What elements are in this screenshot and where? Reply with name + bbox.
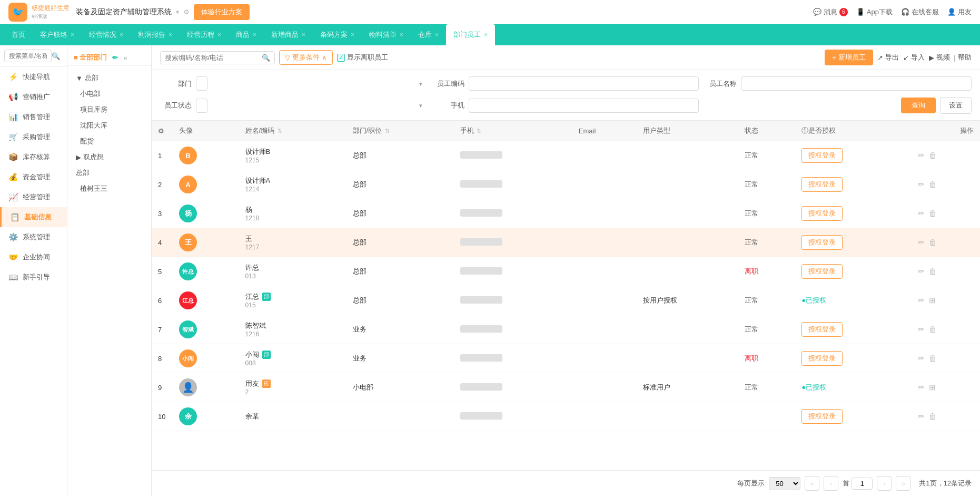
tab-profit[interactable]: 利润报告 × (131, 24, 180, 45)
edit-icon[interactable]: ✏ (918, 180, 925, 189)
edit-icon[interactable]: ✏ (918, 209, 925, 218)
close-tab-dept[interactable]: × (484, 31, 488, 38)
export-btn[interactable]: ↗ 导出 (877, 53, 899, 62)
add-employee-btn[interactable]: + 新增员工 (825, 50, 873, 65)
search-icon[interactable]: 🔍 (262, 54, 270, 62)
edit-icon[interactable]: ✏ (918, 296, 925, 305)
auth-login-btn[interactable]: 授权登录 (801, 322, 843, 337)
edit-icon[interactable]: ✏ (918, 267, 925, 276)
copy-icon[interactable]: ⊞ (929, 296, 936, 305)
phone-filter-input[interactable] (469, 99, 699, 113)
edit-icon[interactable]: ✏ (918, 383, 925, 392)
sidebar-search-input[interactable] (4, 50, 52, 62)
copy-icon[interactable]: ⊞ (929, 383, 936, 392)
auth-login-btn[interactable]: 授权登录 (801, 235, 843, 250)
user-area[interactable]: 👤 用友 (947, 7, 972, 17)
status-select[interactable] (196, 99, 207, 113)
auth-login-btn[interactable]: 授权登录 (801, 409, 843, 424)
auth-login-btn[interactable]: 授权登录 (801, 351, 843, 366)
sidebar-item-sales[interactable]: 📊 销售管理 (0, 107, 67, 127)
dropdown-arrow[interactable]: ▾ (176, 8, 179, 16)
sidebar-item-system[interactable]: ⚙️ 系统管理 (0, 227, 67, 247)
delete-icon[interactable]: 🗑 (929, 209, 937, 218)
tab-goods[interactable]: 商品 × (229, 24, 264, 45)
page-size-select[interactable]: 50 100 200 (769, 477, 800, 490)
delete-icon[interactable]: 🗑 (929, 151, 937, 160)
edit-icon[interactable]: ✏ (918, 238, 925, 247)
code-filter-input[interactable] (469, 76, 699, 91)
sidebar-item-marketing[interactable]: 📢 营销推广 (0, 87, 67, 107)
dept-collapse-icon[interactable]: « (123, 54, 127, 62)
prev-page-btn[interactable]: ‹ (824, 476, 838, 491)
delete-icon[interactable]: 🗑 (929, 180, 937, 189)
delete-icon[interactable]: 🗑 (929, 238, 937, 247)
close-tab-new-goods[interactable]: × (302, 31, 305, 38)
tab-home[interactable]: 首页 (4, 24, 33, 45)
sidebar-item-purchase[interactable]: 🛒 采购管理 (0, 127, 67, 147)
col-settings[interactable]: ⚙ (152, 121, 173, 141)
tab-customer[interactable]: 客户联络 × (33, 24, 82, 45)
dept-tree-item-zhishu[interactable]: 植树王三 (67, 181, 151, 197)
tab-new-goods[interactable]: 新增商品 × (264, 24, 313, 45)
sidebar-item-guide[interactable]: 📖 新手引导 (0, 267, 67, 287)
dept-select[interactable] (196, 76, 207, 91)
edit-icon[interactable]: ✏ (918, 354, 925, 363)
close-tab-journey[interactable]: × (217, 31, 221, 38)
auth-login-btn[interactable]: 授权登录 (801, 264, 843, 279)
tab-operation[interactable]: 经营情况 × (82, 24, 131, 45)
trial-button[interactable]: 体验行业方案 (194, 4, 250, 20)
page-number-input[interactable] (852, 478, 873, 490)
sidebar-item-mgmt[interactable]: 📈 经营管理 (0, 187, 67, 207)
dept-tree-item-shenyang[interactable]: 沈阳大库 (67, 118, 151, 133)
edit-icon[interactable]: ✏ (918, 412, 925, 421)
help-btn[interactable]: | 帮助 (954, 53, 972, 62)
col-dept[interactable]: 部门/职位 ⇅ (347, 121, 454, 141)
dept-tree-item-xiaodian[interactable]: 小电部 (67, 86, 151, 102)
edit-icon[interactable]: ✏ (918, 151, 925, 160)
auth-login-btn[interactable]: 授权登录 (801, 148, 843, 163)
edit-icon[interactable]: ✏ (918, 325, 925, 334)
more-filter-btn[interactable]: ▽ 更多条件 ∧ (279, 50, 333, 65)
reset-btn[interactable]: 设置 (940, 97, 972, 114)
close-tab-profit[interactable]: × (169, 31, 172, 38)
next-page-btn[interactable]: › (877, 476, 892, 491)
sidebar-item-inventory[interactable]: 📦 库存核算 (0, 147, 67, 167)
sidebar-search-icon[interactable]: 🔍 (52, 52, 60, 60)
close-tab-warehouse[interactable]: × (435, 31, 439, 38)
import-btn[interactable]: ↙ 导入 (903, 53, 925, 62)
sidebar-item-basic[interactable]: 📋 基础信息 (0, 207, 67, 227)
col-phone[interactable]: 手机 ⇅ (454, 121, 572, 141)
dept-tree-item-zongbu[interactable]: 总部 (67, 165, 151, 181)
first-page-btn[interactable]: « (805, 476, 819, 491)
app-download-btn[interactable]: 📱 App下载 (856, 7, 893, 17)
name-filter-input[interactable] (741, 76, 972, 91)
auth-login-btn[interactable]: 授权登录 (801, 206, 843, 221)
tab-bom[interactable]: 物料清单 × (362, 24, 411, 45)
search-input[interactable] (165, 54, 260, 62)
settings-icon[interactable]: ⚙ (183, 8, 190, 16)
tab-journey[interactable]: 经营历程 × (180, 24, 229, 45)
dept-tree-item-shuanghx[interactable]: ▶ 双虎想 (67, 149, 151, 165)
delete-icon[interactable]: 🗑 (929, 354, 937, 363)
col-name[interactable]: 姓名/编码 ⇅ (239, 121, 347, 141)
sidebar-item-finance[interactable]: 💰 资金管理 (0, 167, 67, 187)
dept-tree-item-head[interactable]: ▼ 总部 (67, 70, 151, 86)
last-page-btn[interactable]: » (896, 476, 910, 491)
tab-barcode[interactable]: 条码方案 × (313, 24, 362, 45)
dept-tree-item-peihuo[interactable]: 配货 (67, 133, 151, 149)
tab-department[interactable]: 部门员工 × (446, 24, 495, 45)
close-tab-barcode[interactable]: × (351, 31, 354, 38)
close-tab-operation[interactable]: × (120, 31, 123, 38)
close-tab-goods[interactable]: × (253, 31, 256, 38)
sidebar-item-nav[interactable]: ⚡ 快捷导航 (0, 67, 67, 87)
delete-icon[interactable]: 🗑 (929, 267, 937, 276)
sidebar-item-collab[interactable]: 🤝 企业协同 (0, 247, 67, 267)
delete-icon[interactable]: 🗑 (929, 412, 937, 421)
show-resigned-checkbox[interactable]: ✓ (337, 54, 345, 62)
tab-warehouse[interactable]: 仓库 × (411, 24, 446, 45)
delete-icon[interactable]: 🗑 (929, 325, 937, 334)
search-btn[interactable]: 查询 (901, 98, 936, 113)
auth-login-btn[interactable]: 授权登录 (801, 177, 843, 192)
online-service-btn[interactable]: 🎧 在线客服 (901, 7, 939, 17)
dept-edit-icon[interactable]: ✏ (112, 54, 118, 62)
